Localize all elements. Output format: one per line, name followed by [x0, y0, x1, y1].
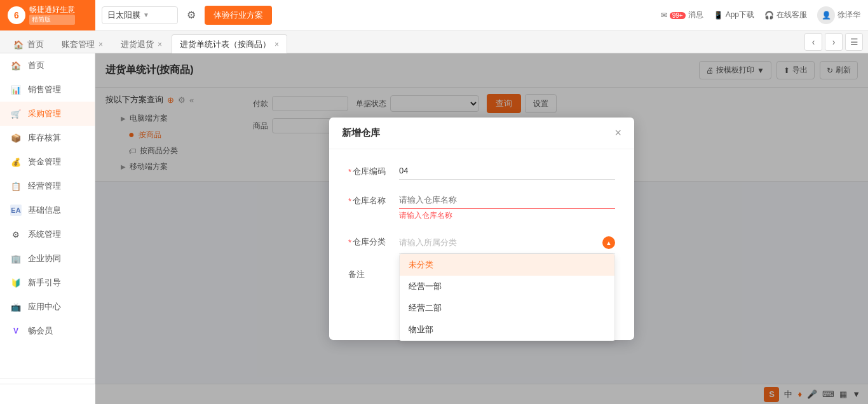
sidebar-item-finance[interactable]: 💰 资金管理: [0, 150, 95, 174]
sidebar-item-enterprise-label: 企业协同: [28, 253, 61, 264]
modal-title: 新增仓库: [342, 127, 380, 139]
name-input[interactable]: [399, 191, 615, 209]
sidebar-item-system-label: 系统管理: [28, 229, 61, 240]
message-icon: ✉: [661, 11, 667, 20]
tab-purchase-return-label: 进货退货: [121, 39, 154, 50]
message-item[interactable]: ✉ 99+ 消息: [661, 10, 703, 20]
online-service-item[interactable]: 🎧 在线客服: [764, 10, 807, 20]
app-download-label: App下载: [726, 10, 754, 20]
sales-sidebar-icon: 📊: [10, 84, 22, 95]
sidebar-item-basic[interactable]: EA 基础信息: [0, 198, 95, 222]
name-field-row: * 仓库名称 请输入仓库名称: [348, 191, 615, 221]
sidebar-item-operations-label: 经营管理: [28, 180, 61, 192]
tabbar-controls: ‹ › ☰: [804, 33, 863, 51]
dropdown-item-unclassified[interactable]: 未分类: [400, 254, 614, 276]
sidebar-item-apps[interactable]: 📺 应用中心: [0, 295, 95, 319]
category-field-row: * 仓库分类 请输入所属分类 ▲ 未分类 经营一部: [348, 232, 615, 253]
sidebar-item-inventory-label: 库存核算: [28, 132, 61, 144]
modal-close-button[interactable]: ×: [614, 126, 621, 140]
sidebar-item-sales[interactable]: 📊 销售管理: [0, 77, 95, 102]
sidebar-item-inventory[interactable]: 📦 库存核算: [0, 126, 95, 150]
tab-purchase-return-close[interactable]: ×: [158, 40, 162, 49]
new-warehouse-modal: 新增仓库 × * 仓库编码: [329, 118, 634, 340]
tab-purchase-stats-label: 进货单统计表（按商品）: [180, 39, 271, 50]
sidebar-item-operations[interactable]: 📋 经营管理: [0, 174, 95, 198]
home-icon: 🏠: [13, 40, 24, 50]
page-layout: 🏠 首页 📊 销售管理 🛒 采购管理 📦 库存核算 💰 资金管理 📋 经营管理 …: [0, 53, 868, 404]
home-sidebar-icon: 🏠: [10, 60, 22, 71]
sidebar-item-finance-label: 资金管理: [28, 156, 61, 168]
note-field-label: 备注: [348, 265, 393, 280]
dropdown-item-dept3[interactable]: 物业部: [400, 319, 614, 340]
sidebar-item-purchase[interactable]: 🛒 采购管理: [0, 102, 95, 126]
tab-purchase-stats[interactable]: 进货单统计表（按商品） ×: [172, 34, 287, 55]
name-error-message: 请输入仓库名称: [399, 210, 615, 221]
operations-sidebar-icon: 📋: [10, 180, 22, 192]
logo-area: 6 畅捷通好生意 精简版: [0, 0, 95, 30]
sidebar-item-vip-label: 畅会员: [28, 325, 53, 337]
modal-header: 新增仓库 ×: [329, 118, 634, 149]
category-field-label: * 仓库分类: [348, 232, 393, 248]
logo-icon: 6: [8, 6, 25, 24]
sidebar-item-home[interactable]: 🏠 首页: [0, 53, 95, 77]
category-placeholder: 请输入所属分类: [399, 237, 457, 248]
tab-accounts[interactable]: 账套管理 ×: [53, 34, 111, 55]
app-download-item[interactable]: 📱 App下载: [714, 10, 754, 20]
logo-text: 畅捷通好生意: [29, 5, 75, 15]
enterprise-sidebar-icon: 🏢: [10, 253, 22, 264]
code-input[interactable]: [399, 162, 615, 180]
inventory-sidebar-icon: 📦: [10, 132, 22, 144]
store-selector[interactable]: 日太阳膜 ▼: [102, 6, 178, 24]
logo-badge: 精简版: [29, 15, 75, 25]
tab-purchase-return[interactable]: 进货退货 ×: [112, 34, 170, 55]
trial-button[interactable]: 体验行业方案: [205, 6, 272, 25]
vip-sidebar-icon: V: [10, 325, 22, 337]
sidebar: 🏠 首页 📊 销售管理 🛒 采购管理 📦 库存核算 💰 资金管理 📋 经营管理 …: [0, 53, 95, 404]
sidebar-item-system[interactable]: ⚙ 系统管理: [0, 222, 95, 246]
purchase-sidebar-icon: 🛒: [10, 108, 22, 119]
sidebar-item-home-label: 首页: [28, 60, 44, 71]
dropdown-item-dept1[interactable]: 经营一部: [400, 276, 614, 297]
tab-home[interactable]: 🏠 首页: [5, 34, 52, 55]
sidebar-item-apps-label: 应用中心: [28, 301, 61, 313]
tab-accounts-close[interactable]: ×: [98, 40, 103, 49]
topbar: 6 畅捷通好生意 精简版 日太阳膜 ▼ ⚙ 体验行业方案 ✉ 99+ 消息 📱 …: [0, 0, 868, 30]
message-badge: 99+: [670, 11, 686, 20]
finance-sidebar-icon: 💰: [10, 156, 22, 168]
modal-backdrop: 新增仓库 × * 仓库编码: [95, 53, 868, 404]
tab-menu-btn[interactable]: ☰: [845, 33, 863, 51]
name-field-label: * 仓库名称: [348, 191, 393, 206]
category-dropdown-list: 未分类 经营一部 经营二部 物业部: [399, 253, 615, 341]
category-input-box[interactable]: 请输入所属分类 ▲: [399, 232, 615, 253]
sidebar-item-guide[interactable]: 🔰 新手引导: [0, 271, 95, 295]
settings-icon[interactable]: ⚙: [184, 6, 198, 24]
name-field-content: 请输入仓库名称: [399, 191, 615, 221]
system-sidebar-icon: ⚙: [10, 229, 22, 240]
message-label: 消息: [688, 10, 703, 20]
main-content: 进货单统计(按商品) 🖨 按模板打印 ▼ ⬆ 导出 ↻ 刷新: [95, 53, 868, 404]
headset-icon: 🎧: [764, 11, 774, 20]
basic-sidebar-icon: EA: [10, 205, 22, 216]
category-dropdown-toggle[interactable]: ▲: [602, 236, 615, 249]
tab-accounts-label: 账套管理: [62, 39, 95, 50]
sidebar-item-basic-label: 基础信息: [28, 205, 61, 216]
tab-next-btn[interactable]: ›: [825, 33, 843, 51]
dropdown-item-dept2[interactable]: 经营二部: [400, 297, 614, 319]
user-avatar: 👤: [817, 6, 835, 24]
username-label: 徐泽华: [837, 10, 860, 20]
sidebar-item-enterprise[interactable]: 🏢 企业协同: [0, 246, 95, 271]
topbar-right: ✉ 99+ 消息 📱 App下载 🎧 在线客服 👤 徐泽华: [661, 6, 860, 24]
sidebar-item-sales-label: 销售管理: [28, 84, 61, 95]
tabbar: 🏠 首页 账套管理 × 进货退货 × 进货单统计表（按商品） × ‹ › ☰: [0, 30, 868, 53]
category-field-content: 请输入所属分类 ▲ 未分类 经营一部 经营二部 物业部: [399, 232, 615, 253]
tab-purchase-stats-close[interactable]: ×: [275, 40, 279, 49]
code-field-content: [399, 162, 615, 180]
sidebar-item-guide-label: 新手引导: [28, 277, 61, 288]
user-item[interactable]: 👤 徐泽华: [817, 6, 860, 24]
sidebar-item-purchase-label: 采购管理: [28, 108, 61, 119]
guide-sidebar-icon: 🔰: [10, 277, 22, 288]
mobile-icon: 📱: [714, 11, 723, 20]
store-dropdown-arrow: ▼: [143, 11, 149, 18]
sidebar-item-vip[interactable]: V 畅会员: [0, 319, 95, 343]
tab-prev-btn[interactable]: ‹: [804, 33, 822, 51]
